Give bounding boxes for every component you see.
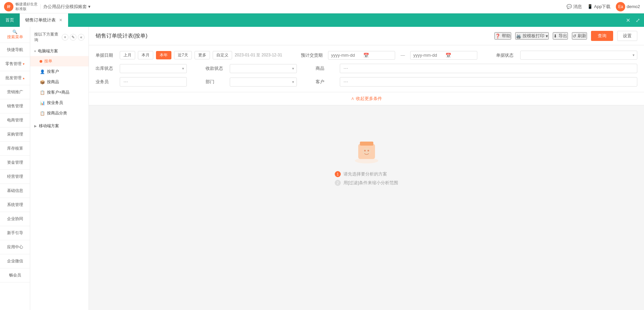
sidebar-item-appcenter[interactable]: 应用中心 [0,240,30,254]
customer-product-icon: 📋 [40,90,45,95]
hint-number-2: 2 [335,180,341,186]
sidebar-item-retail[interactable]: 零售管理 ▾ [0,57,30,71]
desktop-scheme-header[interactable]: ▾ 电脑端方案 [30,46,89,56]
department-select[interactable] [230,78,297,87]
sidebar-item-basic-info[interactable]: 基础信息 [0,184,30,198]
category-icon: 📋 [40,111,45,116]
message-icon: 💬 [567,4,572,9]
edit-scheme-button[interactable]: ✎ [70,34,76,41]
mobile-scheme-group: ▶ 移动端方案 [30,120,89,132]
window-expand-btn[interactable]: ⤢ [634,16,641,25]
sidebar-item-marketing[interactable]: 营销推广 [0,85,30,99]
header-left: 好 畅捷通好生意 标准版 办公用品行业模拟账套 ▾ [4,2,91,11]
tab-close-icon[interactable]: ✕ [59,18,62,22]
date-btn-this-year[interactable]: 本年 [156,51,171,59]
date-btn-last-month[interactable]: 上月 [120,51,135,59]
left-panel: 按以下方案查询 + ✎ « ▾ 电脑端方案 按单 👤 按客户 📦 按 [30,27,89,310]
sidebar-item-sales[interactable]: 销售管理 [0,99,30,113]
app-title-area[interactable]: 办公用品行业模拟账套 ▾ [43,4,91,10]
sidebar-item-newbie[interactable]: 新手引导 [0,226,30,240]
shipment-select[interactable] [120,64,187,73]
panel-header-icons: + ✎ « [62,34,85,41]
salesperson-more-button[interactable]: ··· [123,79,128,85]
expected-date-start-input[interactable]: 📅 [328,51,395,60]
date-filter-label: 单据日期 [96,52,114,58]
date-btn-this-month[interactable]: 本月 [138,51,153,59]
help-button[interactable]: ❓ 帮助 [494,32,511,40]
refresh-icon: ↺ [573,34,576,39]
sidebar-item-system[interactable]: 系统管理 [0,198,30,212]
date-btn-7days[interactable]: 近7天 [174,51,192,59]
query-button[interactable]: 查询 [591,31,613,41]
refresh-button[interactable]: ↺ 刷新 [572,32,587,40]
sidebar-item-ecommerce[interactable]: 电商管理 [0,113,30,127]
filter-row-2: 出库状态 ▾ 收款状态 ▾ 商品 ··· [96,64,637,73]
window-close-btn[interactable]: ✕ [625,16,632,25]
product-icon: 📦 [40,80,45,85]
user-profile[interactable]: Ea demo2 [616,2,640,11]
date-start-field[interactable] [331,53,361,58]
collapse-filter-bar[interactable]: ∧ 收起更多条件 [89,92,644,105]
status-select[interactable] [520,51,637,60]
settings-button[interactable]: 设置 [617,31,637,41]
header-right: 💬 消息 📱 App下载 Ea demo2 [567,2,640,11]
logo-text: 畅捷通好生意 标准版 [15,2,38,11]
app-download-action[interactable]: 📱 App下载 [587,4,610,10]
svg-point-5 [367,150,369,152]
scheme-by-customer-product[interactable]: 📋 按客户+商品 [30,87,89,98]
page-title: 销售订单统计表(按单) [96,33,148,40]
payment-label: 收款状态 [206,65,224,71]
print-icon: 🖨️ [516,34,521,39]
collapse-panel-button[interactable]: « [78,34,85,41]
empty-state: 1 请先选择要分析的方案 2 用[过滤]条件来缩小分析范围 [89,105,644,213]
tab-sales-order[interactable]: 销售订单统计表 ✕ [20,13,68,27]
print-button[interactable]: 🖨️ 按模板打印 ▾ [515,32,549,40]
date-btn-custom[interactable]: 自定义 [213,51,232,59]
sidebar-item-finance[interactable]: 资金管理 [0,156,30,170]
sidebar-item-wholesale[interactable]: 批发管理 ▴ [0,71,30,85]
customer-more-button[interactable]: ··· [343,79,348,85]
sidebar-item-inventory[interactable]: 库存核算 [0,142,30,156]
export-icon: ⬇ [553,34,557,39]
shipment-label: 出库状态 [96,65,114,71]
calendar-icon[interactable]: 📅 [363,53,369,58]
logo-area: 好 畅捷通好生意 标准版 [4,2,38,11]
svg-rect-2 [360,142,373,146]
expected-date-end-input[interactable]: 📅 [410,51,477,60]
scheme-by-order[interactable]: 按单 [30,56,89,66]
sidebar-item-enterprise[interactable]: 企业协同 [0,212,30,226]
calendar-end-icon[interactable]: 📅 [445,53,451,58]
scheme-by-product-category[interactable]: 📋 按商品分类 [30,108,89,118]
date-end-field[interactable] [413,53,443,58]
sidebar-item-member[interactable]: 畅会员 [0,268,30,282]
payment-select-wrapper: ▾ [230,64,297,73]
app-title: 办公用品行业模拟账套 [43,4,87,10]
top-header: 好 畅捷通好生意 标准版 办公用品行业模拟账套 ▾ 💬 消息 📱 App下载 E… [0,0,644,13]
message-action[interactable]: 💬 消息 [567,4,582,10]
scheme-by-customer[interactable]: 👤 按客户 [30,66,89,77]
svg-point-4 [364,150,366,152]
product-more-button[interactable]: ··· [343,65,348,71]
shipment-select-wrapper: ▾ [120,64,187,73]
sidebar-item-quicknav[interactable]: 快捷导航 [0,43,30,57]
empty-illustration [350,132,383,166]
tab-bar-actions: ✕ ⤢ [625,13,644,27]
sidebar-item-operations[interactable]: 经营管理 [0,170,30,184]
status-filter-label: 单据状态 [496,52,515,58]
tab-home[interactable]: 首页 [0,13,20,27]
payment-select[interactable] [230,64,297,73]
sidebar-item-wechat[interactable]: 企业微信 [0,254,30,268]
scheme-by-salesperson[interactable]: 📊 按业务员 [30,98,89,108]
add-scheme-button[interactable]: + [62,34,68,41]
chevron-down-icon: ▾ [23,62,24,66]
mobile-scheme-header[interactable]: ▶ 移动端方案 [30,121,89,131]
avatar: Ea [616,2,625,11]
sidebar-item-search[interactable]: 🔍 搜索菜单 [0,27,30,43]
sidebar-item-purchase[interactable]: 采购管理 [0,127,30,142]
product-filter-label: 商品 [316,65,334,71]
customer-filter-label: 客户 [316,79,334,85]
scheme-by-product[interactable]: 📦 按商品 [30,77,89,87]
export-button[interactable]: ⬇ 导出 [553,32,568,40]
logo-icon: 好 [4,2,13,11]
date-btn-more[interactable]: 更多 [195,51,210,59]
